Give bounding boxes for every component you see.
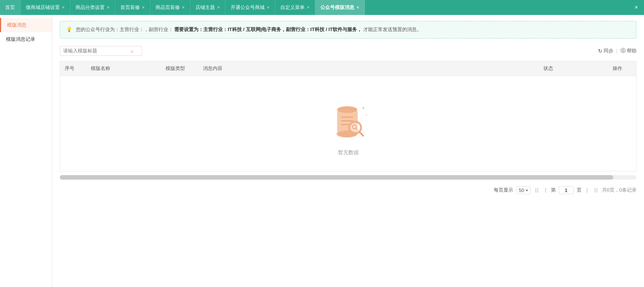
sync-button[interactable]: ↻ 同步 bbox=[598, 48, 613, 54]
search-input[interactable] bbox=[63, 48, 130, 54]
sidebar-item-template-msg[interactable]: 模版消息 bbox=[0, 18, 52, 32]
th-type: 模版类型 bbox=[161, 61, 198, 76]
nav-tab-store-theme-close[interactable]: × bbox=[217, 5, 220, 10]
nav-tab-template-msg-label: 公众号模版消息 bbox=[320, 4, 354, 11]
nav-tab-homepage-deco-label: 首页装修 bbox=[120, 4, 140, 11]
nav-tab-open-mall-close[interactable]: × bbox=[267, 5, 269, 10]
nav-tab-template-msg-close[interactable]: × bbox=[357, 5, 359, 10]
page-size-value: 50 bbox=[519, 187, 524, 193]
nav-tab-store-theme-label: 店铺主题 bbox=[195, 4, 215, 11]
notice-suffix: 才能正常发送预置的消息。 bbox=[363, 27, 422, 32]
svg-point-2 bbox=[337, 106, 357, 113]
nav-tab-custom-menu-close[interactable]: × bbox=[307, 5, 309, 10]
bulb-icon: 💡 bbox=[66, 27, 72, 32]
empty-illustration: ✦ ✦ bbox=[326, 98, 371, 143]
nav-tab-category-label: 商品分类设置 bbox=[76, 4, 105, 11]
content-area: 💡 您的公众号行业为：主营行业：，副营行业： 需要设置为：主营行业：IT科技 /… bbox=[52, 15, 644, 287]
nav-tab-home[interactable]: 首页 bbox=[0, 0, 21, 15]
page-number-input[interactable] bbox=[559, 186, 574, 194]
svg-text:✦: ✦ bbox=[365, 114, 368, 117]
nav-tab-template-msg[interactable]: 公众号模版消息 × bbox=[315, 0, 365, 15]
empty-state: ✦ ✦ 暂无数据 bbox=[60, 76, 636, 171]
th-name: 模版名称 bbox=[86, 61, 161, 76]
sync-label: 同步 bbox=[604, 48, 613, 54]
th-content: 消息内容 bbox=[198, 61, 539, 76]
nav-tab-home-label: 首页 bbox=[5, 4, 15, 11]
page-label: 第 bbox=[551, 187, 556, 193]
nav-tab-micro-shop-close[interactable]: × bbox=[62, 5, 65, 10]
sidebar-item-template-log[interactable]: 模版消息记录 bbox=[0, 32, 52, 46]
page-prev-button[interactable]: ⟨ bbox=[543, 186, 548, 194]
nav-tab-open-mall[interactable]: 开通公众号商城 × bbox=[225, 0, 275, 15]
th-status: 状态 bbox=[539, 61, 599, 76]
page-next-button[interactable]: ⟩ bbox=[585, 186, 589, 194]
table-header: 序号 模版名称 模版类型 消息内容 状态 操作 bbox=[60, 61, 636, 76]
nav-tab-store-theme[interactable]: 店铺主题 × bbox=[190, 0, 225, 15]
pagination: 每页显示 50 ▾ ⟨⟨ ⟨ 第 页 ⟩ ⟩⟩ 共0页，0条记录 bbox=[60, 183, 637, 197]
th-op: 操作 bbox=[599, 61, 636, 76]
search-icon[interactable]: ⌕ bbox=[130, 48, 133, 54]
nav-tab-homepage-deco-close[interactable]: × bbox=[142, 5, 145, 10]
th-seq: 序号 bbox=[60, 61, 86, 76]
page-size-select[interactable]: 50 ▾ bbox=[516, 186, 530, 194]
notice-banner: 💡 您的公众号行业为：主营行业：，副营行业： 需要设置为：主营行业：IT科技 /… bbox=[60, 21, 637, 39]
page-first-button[interactable]: ⟨⟨ bbox=[533, 186, 540, 194]
nav-tab-micro-shop-label: 微商城店铺设置 bbox=[26, 4, 60, 11]
nav-tab-product-deco[interactable]: 商品页装修 × bbox=[150, 0, 190, 15]
top-nav: 首页 微商城店铺设置 × 商品分类设置 × 首页装修 × 商品页装修 × 店铺主… bbox=[0, 0, 644, 15]
notice-highlight: 需要设置为：主营行业：IT科技 / 互联网|电子商务，副营行业：IT科技 / I… bbox=[174, 27, 362, 32]
nav-tab-micro-shop[interactable]: 微商城店铺设置 × bbox=[21, 0, 70, 15]
svg-point-9 bbox=[351, 123, 360, 132]
divider: | bbox=[616, 48, 617, 54]
notice-prefix: 您的公众号行业为：主营行业：，副营行业： bbox=[76, 27, 173, 32]
empty-text: 暂无数据 bbox=[338, 149, 359, 156]
sync-help-group: ↻ 同步 | ⓪ 帮助 bbox=[598, 48, 637, 54]
nav-tab-open-mall-label: 开通公众号商城 bbox=[231, 4, 265, 11]
scrollbar-thumb[interactable] bbox=[60, 175, 613, 180]
help-icon: ⓪ bbox=[620, 48, 626, 54]
page-last-button[interactable]: ⟩⟩ bbox=[592, 186, 599, 194]
nav-tab-product-deco-close[interactable]: × bbox=[182, 5, 185, 10]
search-bar: ⌕ ↻ 同步 | ⓪ 帮助 bbox=[60, 46, 637, 56]
nav-tab-category[interactable]: 商品分类设置 × bbox=[70, 0, 115, 15]
sidebar-item-template-log-label: 模版消息记录 bbox=[6, 36, 35, 42]
data-table: 序号 模版名称 模版类型 消息内容 状态 操作 bbox=[60, 61, 637, 171]
sync-icon: ↻ bbox=[598, 48, 603, 54]
horizontal-scrollbar[interactable] bbox=[60, 175, 637, 180]
page-size-label: 每页显示 bbox=[494, 187, 513, 193]
nav-tab-category-close[interactable]: × bbox=[107, 5, 110, 10]
help-button[interactable]: ⓪ 帮助 bbox=[620, 48, 637, 54]
chevron-down-icon: ▾ bbox=[526, 188, 528, 192]
main-layout: 模版消息 模版消息记录 💡 您的公众号行业为：主营行业：，副营行业： 需要设置为… bbox=[0, 15, 644, 287]
page-unit: 页 bbox=[577, 187, 582, 193]
nav-tab-product-deco-label: 商品页装修 bbox=[155, 4, 180, 11]
help-label: 帮助 bbox=[627, 48, 637, 54]
search-input-wrap[interactable]: ⌕ bbox=[60, 46, 142, 56]
nav-tab-custom-menu[interactable]: 自定义菜单 × bbox=[275, 0, 315, 15]
sidebar-item-template-msg-label: 模版消息 bbox=[7, 22, 27, 28]
svg-text:✦: ✦ bbox=[361, 106, 365, 111]
total-info: 共0页，0条记录 bbox=[602, 187, 637, 193]
close-all-button[interactable]: × bbox=[629, 4, 644, 11]
sidebar: 模版消息 模版消息记录 bbox=[0, 15, 52, 287]
nav-tab-custom-menu-label: 自定义菜单 bbox=[280, 4, 305, 11]
nav-tab-homepage-deco[interactable]: 首页装修 × bbox=[115, 0, 150, 15]
